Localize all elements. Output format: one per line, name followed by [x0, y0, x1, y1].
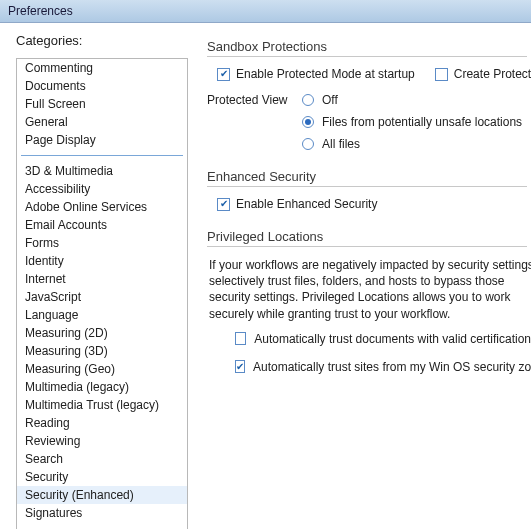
category-item[interactable]: Measuring (Geo) — [17, 360, 187, 378]
radio-icon[interactable] — [302, 94, 314, 106]
category-item[interactable]: Language — [17, 306, 187, 324]
divider — [21, 155, 183, 156]
category-item[interactable]: Measuring (3D) — [17, 342, 187, 360]
section-enhanced-title: Enhanced Security — [207, 169, 531, 184]
protected-view-off[interactable]: Off — [302, 93, 522, 107]
category-item[interactable]: Documents — [17, 77, 187, 95]
auto-trust-sites-label: Automatically trust sites from my Win OS… — [253, 360, 531, 374]
settings-pane: Sandbox Protections Enable Protected Mod… — [195, 23, 531, 529]
category-item[interactable]: Multimedia (legacy) — [17, 378, 187, 396]
checkbox-icon[interactable] — [235, 332, 246, 345]
enable-enhanced-security-label: Enable Enhanced Security — [236, 197, 377, 211]
section-privileged-title: Privileged Locations — [207, 229, 531, 244]
divider — [207, 186, 527, 187]
category-item[interactable]: Security (Enhanced) — [17, 486, 187, 504]
category-item[interactable]: Full Screen — [17, 95, 187, 113]
category-item[interactable]: Commenting — [17, 59, 187, 77]
privileged-description: If your workflows are negatively impacte… — [209, 257, 531, 322]
create-protected-label: Create Protected — [454, 67, 531, 81]
divider — [207, 246, 527, 247]
protected-view-unsafe[interactable]: Files from potentially unsafe locations — [302, 115, 522, 129]
category-item[interactable]: Forms — [17, 234, 187, 252]
radio-label: All files — [322, 137, 360, 151]
window-titlebar: Preferences — [0, 0, 531, 23]
enable-enhanced-security-row[interactable]: Enable Enhanced Security — [217, 197, 531, 211]
category-item[interactable]: Accessibility — [17, 180, 187, 198]
radio-icon[interactable] — [302, 138, 314, 150]
radio-label: Files from potentially unsafe locations — [322, 115, 522, 129]
category-item[interactable]: Security — [17, 468, 187, 486]
categories-sidebar: Categories: CommentingDocumentsFull Scre… — [0, 23, 195, 529]
category-item[interactable]: Identity — [17, 252, 187, 270]
protected-view-label: Protected View — [207, 93, 302, 107]
category-item[interactable]: Adobe Online Services — [17, 198, 187, 216]
auto-trust-docs-label: Automatically trust documents with valid… — [254, 332, 531, 346]
enable-protected-mode-label: Enable Protected Mode at startup — [236, 67, 415, 81]
divider — [207, 56, 527, 57]
auto-trust-docs-row[interactable]: Automatically trust documents with valid… — [235, 332, 531, 346]
enable-protected-mode-row[interactable]: Enable Protected Mode at startup — [217, 67, 415, 81]
category-item[interactable]: Internet — [17, 270, 187, 288]
category-item[interactable]: Signatures — [17, 504, 187, 522]
checkbox-icon[interactable] — [217, 198, 230, 211]
dialog-body: Categories: CommentingDocumentsFull Scre… — [0, 23, 531, 529]
category-item[interactable]: General — [17, 113, 187, 131]
radio-icon[interactable] — [302, 116, 314, 128]
category-item[interactable]: Page Display — [17, 131, 187, 149]
checkbox-icon[interactable] — [435, 68, 448, 81]
category-item[interactable]: Reviewing — [17, 432, 187, 450]
category-item[interactable]: Search — [17, 450, 187, 468]
auto-trust-sites-row[interactable]: Automatically trust sites from my Win OS… — [235, 360, 531, 374]
checkbox-icon[interactable] — [235, 360, 245, 373]
categories-list[interactable]: CommentingDocumentsFull ScreenGeneralPag… — [16, 58, 188, 529]
window-title: Preferences — [8, 4, 73, 18]
radio-label: Off — [322, 93, 338, 107]
category-item[interactable]: Email Accounts — [17, 216, 187, 234]
create-protected-row[interactable]: Create Protected — [435, 67, 531, 81]
section-sandbox-title: Sandbox Protections — [207, 39, 531, 54]
categories-heading: Categories: — [16, 33, 195, 48]
category-item[interactable]: Measuring (2D) — [17, 324, 187, 342]
protected-view-all[interactable]: All files — [302, 137, 522, 151]
category-item[interactable]: Reading — [17, 414, 187, 432]
category-item[interactable]: JavaScript — [17, 288, 187, 306]
checkbox-icon[interactable] — [217, 68, 230, 81]
category-item[interactable]: 3D & Multimedia — [17, 162, 187, 180]
category-item[interactable]: Multimedia Trust (legacy) — [17, 396, 187, 414]
